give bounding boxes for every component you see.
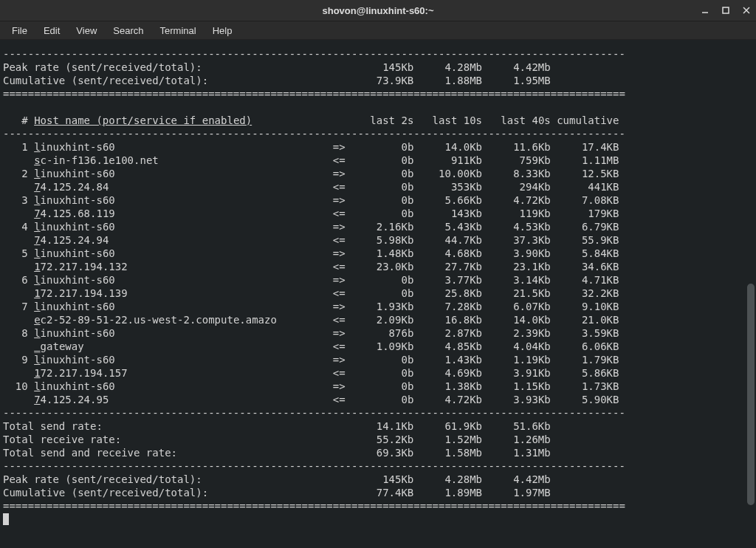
host-first-char: l xyxy=(34,274,40,286)
minimize-icon[interactable] xyxy=(700,5,710,16)
window-titlebar: shovon@linuxhint-s60:~ xyxy=(0,0,756,21)
svg-rect-1 xyxy=(723,7,729,13)
host-first-char: l xyxy=(34,354,40,366)
host-first-char: l xyxy=(34,221,40,233)
host-first-char: l xyxy=(34,141,40,153)
menu-terminal[interactable]: Terminal xyxy=(153,24,204,38)
host-first-char: 1 xyxy=(34,261,40,273)
terminal-output[interactable]: ----------------------------------------… xyxy=(0,40,756,548)
host-first-char: l xyxy=(34,327,40,339)
scrollbar[interactable] xyxy=(747,43,755,542)
host-first-char: 7 xyxy=(34,394,40,405)
cursor xyxy=(3,513,9,525)
header-host: Host name (port/service if enabled) xyxy=(34,114,252,126)
host-first-char: _ xyxy=(34,340,40,352)
host-first-char: 1 xyxy=(34,367,40,379)
maximize-icon[interactable] xyxy=(721,5,731,16)
menu-search[interactable]: Search xyxy=(106,24,151,38)
host-first-char: 1 xyxy=(34,287,40,299)
host-first-char: l xyxy=(34,168,40,179)
menu-edit[interactable]: Edit xyxy=(36,24,67,38)
host-first-char: l xyxy=(34,194,40,206)
menu-help[interactable]: Help xyxy=(205,24,240,38)
host-first-char: 7 xyxy=(34,181,40,193)
close-icon[interactable] xyxy=(741,5,752,16)
scrollbar-thumb[interactable] xyxy=(747,284,755,505)
menubar: File Edit View Search Terminal Help xyxy=(0,21,756,40)
host-first-char: l xyxy=(34,247,40,259)
host-first-char: l xyxy=(34,301,40,312)
host-first-char: e xyxy=(34,314,40,326)
host-first-char: 7 xyxy=(34,208,40,219)
host-first-char: l xyxy=(34,380,40,392)
menu-file[interactable]: File xyxy=(4,24,35,38)
host-first-char: s xyxy=(34,154,40,166)
window-title: shovon@linuxhint-s60:~ xyxy=(323,5,434,16)
window-controls xyxy=(700,0,752,21)
host-first-char: 7 xyxy=(34,234,40,246)
menu-view[interactable]: View xyxy=(69,24,104,38)
